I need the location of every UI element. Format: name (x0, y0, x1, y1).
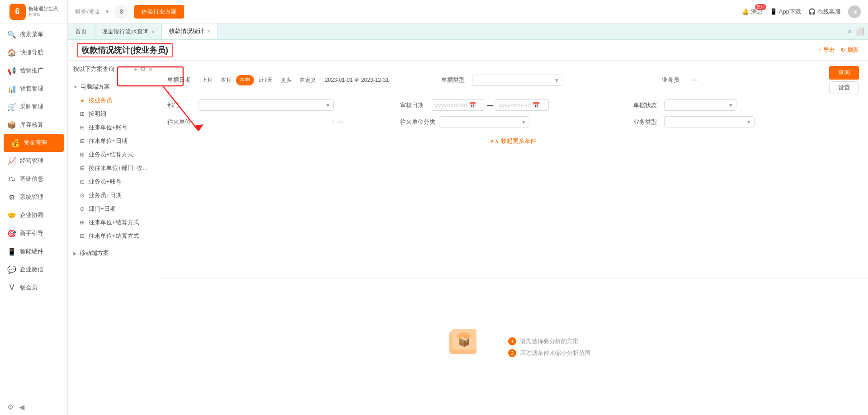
audit-date-from-input[interactable]: yyyy-mm-dd 📅 (431, 99, 485, 111)
scheme-item-salesperson-account[interactable]: ⊟ 业务员+账号 (68, 175, 158, 189)
logo-name: 畅捷通好生意 (28, 5, 58, 12)
sidebar-item-wechat[interactable]: 💬 企业微信 (0, 260, 67, 278)
refresh-btn[interactable]: ↻ 刷新 (840, 46, 859, 54)
partner-category-select[interactable]: ▾ (439, 116, 529, 127)
scheme-group-mobile: ▶ 移动端方案 (68, 245, 158, 262)
query-button[interactable]: 查询 (829, 66, 859, 80)
audit-date-filter-label: 审核日期 (400, 101, 427, 109)
finance-icon: 💰 (11, 138, 20, 147)
scheme-item-partner-dept[interactable]: ⊟ 按往来单位+部门+收... (68, 161, 158, 175)
sidebar-item-operation[interactable]: 📈 经营管理 (0, 152, 67, 170)
sidebar-item-inventory[interactable]: 📦 库存核算 (0, 116, 67, 134)
scheme-item-partner-account[interactable]: ⊟ 往来单位+账号 (68, 121, 158, 134)
audit-date-to-input[interactable]: yyyy-mm-dd 📅 (495, 99, 549, 111)
scheme-item-partner-date[interactable]: ⊟ 往来单位+日期 (68, 134, 158, 148)
date-tab-this-year[interactable]: 本年 (236, 75, 254, 85)
breadcrumb: 财务/资金 (75, 8, 100, 16)
sales-icon: 📊 (7, 84, 16, 93)
doc-status-select[interactable]: ▾ (664, 99, 736, 111)
tab-home[interactable]: 首页 (68, 24, 94, 39)
scheme-collapse-btn[interactable]: « (149, 66, 152, 73)
partner-select[interactable] (198, 120, 334, 124)
tab-bar: 首页 现金银行流水查询 × 收款情况统计 × × ⬜ (68, 24, 868, 40)
close-all-tabs-icon[interactable]: × (848, 28, 852, 36)
tab-receipt[interactable]: 收款情况统计 × (162, 24, 217, 39)
scheme-item-partner-settlement2[interactable]: ⊟ 往来单位+结算方式 (68, 229, 158, 243)
message-btn[interactable]: 🔔 消息 99+ (742, 8, 763, 16)
business-type-select[interactable]: ▾ (664, 116, 755, 127)
scheme-group-mobile-label: 移动端方案 (80, 249, 109, 257)
scheme-item-partner-settlement2-label: 往来单位+结算方式 (89, 232, 139, 240)
dropdown-arrow-icon[interactable]: ▾ (106, 8, 109, 15)
sidebar-item-marketing[interactable]: 📢 营销推广 (0, 61, 67, 80)
doc-type-select[interactable]: ▾ (472, 75, 562, 86)
sidebar-item-system[interactable]: ⚙ 系统管理 (0, 188, 67, 206)
online-service-btn[interactable]: 🎧 在线客服 (808, 8, 841, 16)
business-type-filter-label: 业务类型 (633, 118, 660, 126)
scheme-item-salesperson-label: 按业务员 (89, 96, 112, 104)
enterprise-icon: 🤝 (7, 211, 16, 220)
empty-cube-svg: 📦 (443, 320, 483, 361)
trial-button[interactable]: 体验行业方案 (134, 5, 184, 19)
avatar[interactable]: Rit (848, 5, 861, 18)
sidebar-item-finance[interactable]: 💰 资金管理 (4, 134, 64, 152)
scheme-item-salesperson-settlement[interactable]: ⊞ 业务员+结算方式 (68, 148, 158, 161)
date-tab-more[interactable]: 更多 (277, 75, 295, 85)
salesperson-more-btn[interactable]: ··· (693, 76, 698, 84)
sidebar-item-member[interactable]: V 畅会员 (0, 278, 67, 297)
sidebar-item-guide[interactable]: 🎯 新手引导 (0, 224, 67, 242)
scheme-group-desktop-title[interactable]: ▼ 电脑端方案 (68, 80, 158, 94)
sidebar-item-quick-nav[interactable]: 🏠 快捷导航 (0, 43, 67, 61)
sidebar-item-search[interactable]: 🔍 搜索菜单 (0, 25, 67, 43)
scheme-group-mobile-title[interactable]: ▶ 移动端方案 (68, 246, 158, 260)
scheme-group-desktop: ▼ 电脑端方案 ● 按业务员 ⊞ 按明细 ⊟ 往来单位+账号 ⊟ 往来单位+ (68, 78, 158, 245)
filter-group-partner: 往来单位 ··· (167, 118, 393, 126)
sidebar-item-basic[interactable]: 🗂 基础信息 (0, 170, 67, 188)
collapse-more-conditions-btn[interactable]: ∧∧ 收起更多条件 (167, 133, 859, 149)
scheme-item-detail[interactable]: ⊞ 按明细 (68, 107, 158, 121)
scheme-add-btn[interactable]: + (134, 66, 137, 73)
sidebar-item-purchase[interactable]: 🛒 采购管理 (0, 98, 67, 116)
sidebar-label-purchase: 采购管理 (20, 103, 43, 111)
logo-badge: 标准版 (28, 12, 58, 18)
export-btn[interactable]: ↑ 导出 (819, 46, 835, 54)
tab-receipt-close-icon[interactable]: × (207, 28, 210, 34)
scheme-item-dept-date[interactable]: ⊙ 部门+日期 (68, 202, 158, 216)
partner-more-btn[interactable]: ··· (337, 118, 343, 126)
date-tab-last-7[interactable]: 近7天 (255, 75, 276, 85)
date-tab-last-month[interactable]: 上月 (198, 75, 216, 85)
date-tab-custom[interactable]: 自定义 (296, 75, 320, 85)
business-type-arrow-icon: ▾ (747, 118, 750, 125)
scheme-item-partner-settlement1[interactable]: ⊞ 往来单位+结算方式 (68, 216, 158, 229)
header-settings-btn[interactable]: ⚙ (114, 5, 129, 19)
basic-icon: 🗂 (7, 174, 16, 184)
sidebar-item-hardware[interactable]: 📱 智能硬件 (0, 242, 67, 260)
dept-select[interactable]: ▾ (198, 99, 334, 111)
tab-bank-close-icon[interactable]: × (151, 29, 154, 34)
collapse-icon[interactable]: ◀ (19, 403, 24, 411)
sidebar-item-sales[interactable]: 📊 销售管理 (0, 80, 67, 98)
sidebar-label-wechat: 企业微信 (20, 265, 43, 274)
scheme-settings-btn[interactable]: ⚙ (140, 66, 146, 73)
scheme-item-salesperson-date[interactable]: ⊙ 业务员+日期 (68, 189, 158, 202)
empty-state: 📦 1 请先选择要分析的方案 2 用过滤条件来缩小分析范围 (158, 279, 868, 415)
settings-icon[interactable]: ⚙ (7, 403, 14, 411)
filter-group-date: 单据日期 上月 本月 本年 近7天 更多 自定义 2023-01-01 至 20… (167, 75, 434, 85)
app-download-btn[interactable]: 📱 App下载 (770, 8, 801, 16)
sidebar-item-enterprise[interactable]: 🤝 企业协同 (0, 206, 67, 224)
purchase-icon: 🛒 (7, 102, 16, 111)
audit-date-from-placeholder: yyyy-mm-dd (435, 102, 467, 108)
date-tab-this-month[interactable]: 本月 (217, 75, 235, 85)
refresh-label: 刷新 (847, 46, 859, 54)
maximize-icon[interactable]: ⬜ (855, 27, 864, 36)
calendar-from-icon: 📅 (469, 102, 476, 108)
header: 财务/资金 ▾ ⚙ 体验行业方案 🔔 消息 99+ 📱 App下载 🎧 在线客服… (68, 0, 868, 24)
scheme-item-salesperson[interactable]: ● 按业务员 (68, 94, 158, 107)
filter-settings-button[interactable]: 设置 (829, 81, 859, 94)
dept-date-icon: ⊙ (79, 206, 86, 212)
marketing-icon: 📢 (7, 66, 16, 75)
tab-bank[interactable]: 现金银行流水查询 × (94, 24, 162, 39)
guide-icon: 🎯 (7, 229, 16, 238)
sidebar-label-operation: 经营管理 (20, 157, 43, 165)
scheme-item-salesperson-settlement-label: 业务员+结算方式 (89, 151, 133, 159)
